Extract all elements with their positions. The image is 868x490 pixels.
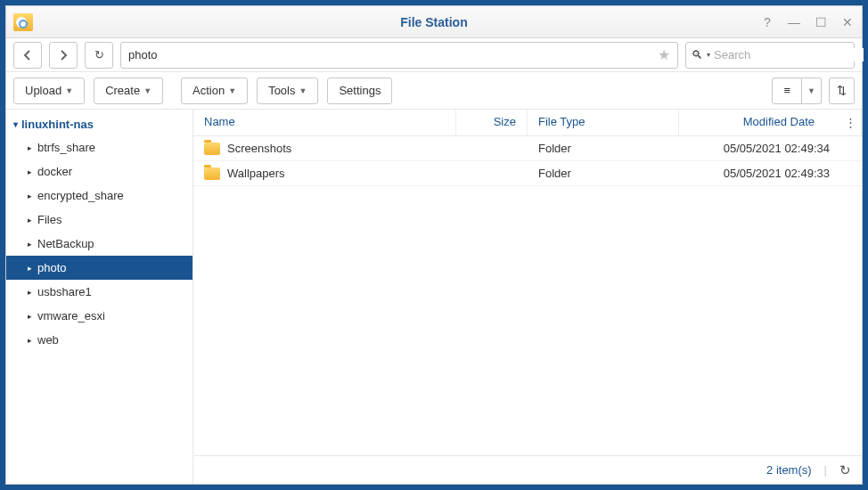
navbar: ↻ ★ 🔍︎ ▾ — [6, 38, 862, 72]
columns-menu-icon[interactable]: ⋮ — [839, 110, 862, 135]
sidebar-item-docker[interactable]: ▸docker — [6, 159, 192, 184]
sidebar-item-web[interactable]: ▸web — [6, 328, 192, 352]
file-type: Folder — [528, 167, 679, 180]
chevron-right-icon: ▸ — [28, 312, 32, 321]
help-icon[interactable]: ? — [760, 15, 774, 29]
col-header-name[interactable]: Name — [193, 110, 456, 135]
chevron-left-icon — [23, 50, 32, 61]
folder-icon — [204, 167, 220, 180]
col-header-type[interactable]: File Type — [528, 110, 679, 135]
app-icon — [13, 13, 33, 31]
back-button[interactable] — [13, 42, 42, 69]
sidebar-item-vmware-esxi[interactable]: ▸vmware_esxi — [6, 304, 192, 328]
folder-icon — [204, 143, 220, 155]
chevron-right-icon: ▸ — [28, 216, 32, 225]
caret-down-icon: ▼ — [143, 86, 151, 95]
search-box: 🔍︎ ▾ — [685, 42, 855, 69]
sidebar-item-label: vmware_esxi — [37, 309, 105, 323]
create-label: Create — [105, 84, 140, 97]
favorite-icon[interactable]: ★ — [658, 46, 670, 63]
chevron-down-icon: ▾ — [13, 119, 18, 129]
chevron-right-icon: ▸ — [28, 288, 32, 297]
refresh-icon[interactable]: ↻ — [839, 462, 851, 478]
sort-button[interactable]: ⇅ — [829, 78, 855, 104]
sidebar-item-files[interactable]: ▸Files — [6, 208, 192, 232]
file-list: ScreenshotsFolder05/05/2021 02:49:34Wall… — [193, 136, 862, 455]
path-input[interactable] — [128, 48, 658, 61]
item-count: 2 item(s) — [766, 463, 812, 477]
caret-down-icon: ▼ — [299, 86, 307, 95]
refresh-button[interactable]: ↻ — [85, 42, 113, 69]
statusbar-divider: | — [824, 463, 827, 477]
statusbar: 2 item(s) | ↻ — [193, 455, 862, 484]
window-controls: ? — ☐ ✕ — [760, 15, 855, 29]
refresh-icon: ↻ — [94, 48, 104, 61]
view-mode-group: ≡ ▼ — [772, 78, 822, 104]
sidebar-item-btrfs-share[interactable]: ▸btrfs_share — [6, 135, 192, 159]
toolbar: Upload▼ Create▼ Action▼ Tools▼ Settings … — [6, 72, 862, 110]
chevron-right-icon — [59, 50, 68, 61]
file-name: Wallpapers — [227, 167, 285, 180]
table-row[interactable]: WallpapersFolder05/05/2021 02:49:33 — [193, 161, 862, 186]
caret-down-icon: ▼ — [807, 86, 815, 95]
chevron-right-icon: ▸ — [28, 167, 32, 176]
sidebar-item-photo[interactable]: ▸photo — [6, 256, 192, 280]
close-button[interactable]: ✕ — [840, 15, 855, 29]
col-header-size[interactable]: Size — [456, 110, 528, 135]
upload-button[interactable]: Upload▼ — [13, 78, 85, 104]
maximize-button[interactable]: ☐ — [814, 15, 828, 29]
tools-button[interactable]: Tools▼ — [257, 78, 318, 104]
action-button[interactable]: Action▼ — [181, 78, 248, 104]
chevron-right-icon: ▸ — [28, 143, 32, 152]
settings-label: Settings — [339, 84, 381, 97]
forward-button[interactable] — [49, 42, 78, 69]
file-type: Folder — [528, 142, 679, 155]
action-label: Action — [192, 84, 225, 97]
sidebar-item-label: btrfs_share — [37, 141, 95, 154]
path-field-wrapper: ★ — [120, 42, 678, 69]
root-label: linuxhint-nas — [21, 118, 94, 131]
file-date: 05/05/2021 02:49:34 — [679, 142, 862, 155]
minimize-button[interactable]: — — [787, 15, 801, 29]
sidebar-item-usbshare1[interactable]: ▸usbshare1 — [6, 280, 192, 304]
sidebar-item-label: docker — [37, 165, 72, 178]
main-panel: Name Size File Type Modified Date ⋮ Scre… — [193, 110, 862, 484]
settings-button[interactable]: Settings — [327, 78, 392, 104]
search-dropdown-icon[interactable]: ▾ — [707, 51, 710, 59]
search-input[interactable] — [714, 48, 864, 61]
caret-down-icon: ▼ — [65, 86, 73, 95]
column-headers: Name Size File Type Modified Date ⋮ — [193, 110, 862, 136]
view-mode-dropdown[interactable]: ▼ — [802, 78, 822, 104]
file-station-window: File Station ? — ☐ ✕ ↻ ★ 🔍︎ ▾ Upload▼ Cr… — [5, 5, 863, 485]
sidebar-item-label: NetBackup — [37, 237, 94, 250]
list-icon: ≡ — [783, 84, 790, 97]
search-icon: 🔍︎ — [692, 48, 703, 61]
sidebar: ▾ linuxhint-nas ▸btrfs_share▸docker▸encr… — [6, 110, 193, 484]
chevron-right-icon: ▸ — [28, 192, 32, 200]
sidebar-item-label: photo — [37, 261, 67, 274]
caret-down-icon: ▼ — [228, 86, 236, 95]
tools-label: Tools — [268, 84, 295, 97]
titlebar: File Station ? — ☐ ✕ — [6, 6, 862, 38]
upload-label: Upload — [25, 84, 61, 97]
file-name: Screenshots — [227, 142, 291, 155]
sidebar-item-label: web — [37, 333, 59, 347]
sidebar-item-encrypted-share[interactable]: ▸encrypted_share — [6, 184, 192, 208]
sidebar-item-label: Files — [37, 213, 61, 226]
col-header-date[interactable]: Modified Date — [679, 110, 839, 135]
create-button[interactable]: Create▼ — [94, 78, 163, 104]
content: ▾ linuxhint-nas ▸btrfs_share▸docker▸encr… — [6, 110, 862, 484]
sort-icon: ⇅ — [837, 84, 847, 97]
chevron-right-icon: ▸ — [28, 240, 32, 249]
toolbar-right: ≡ ▼ ⇅ — [772, 78, 855, 104]
sidebar-item-label: encrypted_share — [37, 189, 124, 202]
chevron-right-icon: ▸ — [28, 264, 32, 273]
sidebar-item-label: usbshare1 — [37, 285, 92, 298]
list-view-button[interactable]: ≡ — [772, 78, 802, 104]
window-title: File Station — [6, 15, 862, 29]
tree-root[interactable]: ▾ linuxhint-nas — [6, 113, 192, 135]
chevron-right-icon: ▸ — [28, 336, 32, 345]
table-row[interactable]: ScreenshotsFolder05/05/2021 02:49:34 — [193, 136, 862, 161]
file-date: 05/05/2021 02:49:33 — [679, 167, 862, 180]
sidebar-item-netbackup[interactable]: ▸NetBackup — [6, 232, 192, 256]
